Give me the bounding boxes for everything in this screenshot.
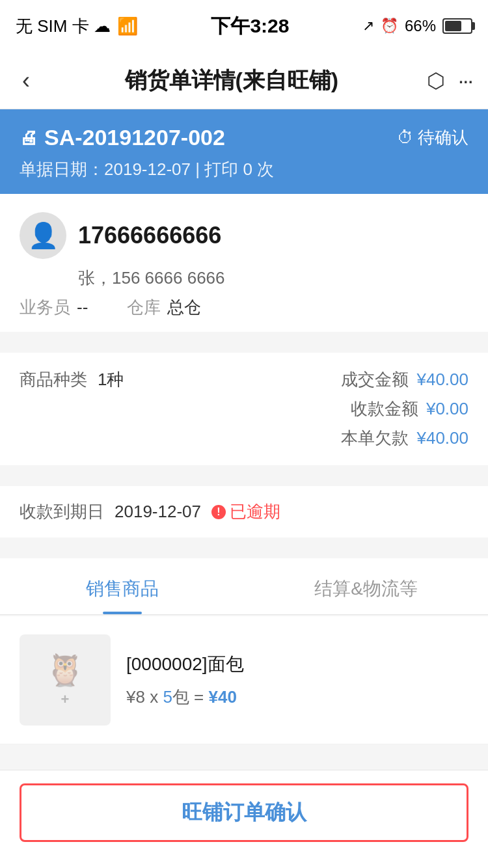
status-text: 待确认 [418,126,468,149]
received-amount-value: ¥0.00 [426,399,468,419]
nav-bar: ‹ 销货单详情(来自旺铺) ⬡ ··· [0,52,488,109]
due-date-card: 收款到期日 2019-12-07 ! 已逾期 [0,486,488,537]
tab-settle[interactable]: 结算&物流等 [244,558,488,614]
status-time: 下午3:28 [211,13,289,40]
deal-amount-value: ¥40.00 [416,370,468,390]
location-icon: ↗ [362,18,374,34]
divider-3 [0,548,488,558]
product-qty: 5 [163,687,172,707]
product-item: 🦉 + [0000002]面包 ¥8 x 5包 = ¥40 [0,616,488,744]
export-button[interactable]: ⬡ [427,68,445,93]
deal-amount-label: 成交金额 [341,368,409,391]
warehouse-label: 仓库 [127,296,161,319]
summary-card: 商品种类 1种 成交金额 ¥40.00 收款金额 ¥0.00 本单欠款 ¥40.… [0,353,488,465]
amounts-section: 成交金额 ¥40.00 收款金额 ¥0.00 本单欠款 ¥40.00 [341,368,468,450]
product-price: ¥8 x [126,687,163,707]
status-right: ↗ ⏰ 66% [362,17,472,35]
battery-icon [442,18,472,34]
order-id-text: SA-20191207-002 [44,125,225,150]
confirm-order-button[interactable]: 旺铺订单确认 [20,783,468,842]
product-name: [0000002]面包 [126,652,468,677]
product-info: [0000002]面包 ¥8 x 5包 = ¥40 [126,652,468,709]
product-price-line: ¥8 x 5包 = ¥40 [126,686,468,709]
product-image: 🦉 + [20,634,111,726]
customer-name: 张，156 6666 6666 [20,267,468,290]
customer-phone: 17666666666 [78,222,221,249]
customer-meta: 业务员 -- 仓库 总仓 [20,296,468,319]
status-bar: 无 SIM 卡 ☁ 📶 下午3:28 ↗ ⏰ 66% [0,0,488,52]
order-status: ⏱ 待确认 [397,126,468,149]
overdue-dot-icon: ! [211,505,226,519]
due-label: 收款到期日 [20,500,104,523]
received-amount-item: 收款金额 ¥0.00 [351,398,468,420]
salesperson-value: -- [77,297,88,318]
owed-amount-label: 本单欠款 [341,427,409,450]
product-thumb-owl: 🦉 [46,652,85,688]
order-icon: 🖨 [20,127,38,148]
divider-2 [0,476,488,486]
owed-amount-item: 本单欠款 ¥40.00 [341,427,468,450]
tab-settle-label: 结算&物流等 [314,578,418,599]
sim-text: 无 SIM 卡 ☁ [16,15,111,38]
order-date-line: 单据日期：2019-12-07 | 打印 0 次 [20,158,468,181]
avatar-icon: 👤 [28,221,59,250]
product-thumb-plus: + [61,691,70,708]
battery-percent: 66% [405,17,436,35]
order-id: 🖨 SA-20191207-002 [20,125,225,150]
more-button[interactable]: ··· [458,68,472,93]
overdue-badge: ! 已逾期 [211,500,280,523]
warehouse-value: 总仓 [167,296,201,319]
product-equals: = [189,687,209,707]
product-type-value: 1种 [98,368,124,391]
nav-actions: ⬡ ··· [427,68,472,93]
customer-card: 👤 17666666666 张，156 6666 6666 业务员 -- 仓库 … [0,194,488,332]
back-button[interactable]: ‹ [16,61,36,101]
page-title: 销货单详情(来自旺铺) [36,66,427,96]
tabs-bar: 销售商品 结算&物流等 [0,558,488,615]
owed-amount-value: ¥40.00 [416,428,468,448]
warehouse-item: 仓库 总仓 [127,296,201,319]
product-unit: 包 [172,687,189,707]
order-header: 🖨 SA-20191207-002 ⏱ 待确认 单据日期：2019-12-07 … [0,109,488,194]
alarm-icon: ⏰ [381,18,398,34]
bottom-bar: 旺铺订单确认 [0,770,488,868]
product-total: ¥40 [208,687,236,707]
due-date-value: 2019-12-07 [115,502,201,522]
divider-1 [0,342,488,353]
customer-avatar: 👤 [20,212,66,259]
status-clock-icon: ⏱ [397,128,414,148]
salesperson-label: 业务员 [20,296,70,319]
product-type-label: 商品种类 [20,368,87,391]
product-type-item: 商品种类 1种 [20,368,124,391]
deal-amount-item: 成交金额 ¥40.00 [341,368,468,391]
overdue-text: 已逾期 [230,500,280,523]
tab-sales[interactable]: 销售商品 [0,558,244,614]
salesperson-item: 业务员 -- [20,296,88,319]
tab-sales-label: 销售商品 [86,578,159,599]
wifi-icon: 📶 [117,16,138,36]
received-amount-label: 收款金额 [351,398,418,420]
status-left: 无 SIM 卡 ☁ 📶 [16,15,138,38]
product-list: 🦉 + [0000002]面包 ¥8 x 5包 = ¥40 [0,616,488,744]
